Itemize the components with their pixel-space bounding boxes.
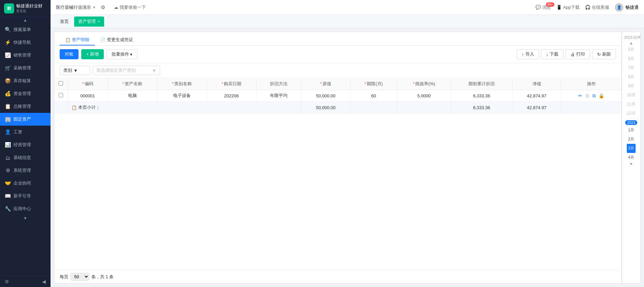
tabbar: 首页 资产管理 × bbox=[51, 15, 644, 28]
subtotal-net-value: 42,874.97 bbox=[512, 102, 561, 114]
sidebar-scroll-up[interactable]: ▲ bbox=[0, 17, 51, 23]
cal-month-11[interactable]: 11月 bbox=[625, 100, 637, 109]
payroll-icon: 👤 bbox=[5, 129, 11, 135]
subtab-asset-detail[interactable]: 📋 资产明细 bbox=[60, 35, 95, 45]
cal-prev-year-months: 5月 6月 7月 8月 9月 10月 11月 12月 bbox=[625, 45, 637, 118]
company-selector[interactable]: 医疗器械行业演示 ▼ bbox=[56, 4, 96, 10]
sidebar-item-apps[interactable]: 🔧 应用中心 bbox=[0, 202, 51, 215]
col-original-value: *原值 bbox=[301, 78, 350, 90]
cal-month-4[interactable]: 4月 bbox=[627, 153, 636, 162]
sidebar-item-inventory[interactable]: 📦 库存核算 bbox=[0, 74, 51, 87]
messages-button[interactable]: 💬 消息 99+ bbox=[535, 4, 551, 10]
select-all-checkbox[interactable] bbox=[59, 81, 63, 86]
new-button[interactable]: + 新增 bbox=[81, 49, 104, 59]
settings-icon[interactable]: ⚙ bbox=[5, 279, 9, 284]
batch-ops-button[interactable]: 批量操作 ▾ bbox=[106, 49, 137, 59]
col-net-value: 净值 bbox=[512, 78, 561, 90]
sidebar-item-quicknav[interactable]: ⚡ 快捷导航 bbox=[0, 36, 51, 49]
row-code: 000001 bbox=[68, 90, 108, 102]
app-logo: 财 畅捷通好业财 普及版 bbox=[0, 0, 51, 17]
row-actions-cell: ✏ 🗑 ⧉ 🔒 bbox=[561, 90, 621, 102]
sidebar-item-operations[interactable]: 📊 经营管理 bbox=[0, 138, 51, 151]
cloud-icon: ☁ bbox=[114, 5, 118, 10]
fixed-icon: 🏢 bbox=[5, 116, 11, 122]
cal-month-8[interactable]: 8月 bbox=[625, 72, 637, 82]
row-checkbox[interactable] bbox=[59, 93, 63, 97]
user-profile[interactable]: 👤 畅捷通 bbox=[615, 3, 639, 12]
sidebar-item-collab[interactable]: 🤝 企业协同 bbox=[0, 177, 51, 190]
asset-table: *编码 *资产名称 *类别名称 *购买日期 bbox=[54, 78, 621, 114]
batch-ops-arrow-icon: ▾ bbox=[130, 52, 132, 57]
sidebar-item-purchase[interactable]: 🛒 采购管理 bbox=[0, 62, 51, 74]
import-button[interactable]: ↑ 导入 bbox=[517, 49, 539, 59]
service-icon: 🎧 bbox=[585, 5, 590, 10]
category-filter-dropdown[interactable]: 类别 ▼ bbox=[60, 66, 90, 75]
sidebar: 财 畅捷通好业财 普及版 ▲ 🔍 搜索菜单 ⚡ 快捷导航 📈 销售管理 🛒 采购… bbox=[0, 0, 51, 287]
quicknav-icon: ⚡ bbox=[5, 39, 11, 45]
asset-table-wrap: *编码 *资产名称 *类别名称 *购买日期 bbox=[54, 78, 621, 270]
logo-icon: 财 bbox=[4, 3, 14, 13]
category-dropdown-arrow: ▼ bbox=[152, 68, 156, 73]
download-button[interactable]: ↓ 下载 bbox=[541, 49, 564, 59]
sidebar-item-search[interactable]: 🔍 搜索菜单 bbox=[0, 23, 51, 36]
print-button[interactable]: 🖨 打印 bbox=[565, 49, 590, 59]
cal-nav-arrows-bottom: ▼ bbox=[629, 162, 633, 166]
table-row: 000001 电脑 电子设备 202206 年限平均 50,000.00 60 … bbox=[54, 90, 621, 102]
row-initial-accum-deprec: 6,333.36 bbox=[451, 90, 512, 102]
sales-icon: 📈 bbox=[5, 52, 11, 58]
cal-month-3[interactable]: 3月 bbox=[627, 144, 636, 153]
subtab-change-voucher[interactable]: 📄 变更生成凭证 bbox=[95, 35, 139, 45]
sidebar-item-system[interactable]: ⚙ 系统管理 bbox=[0, 164, 51, 177]
sidebar-item-guide[interactable]: 📖 新手引导 bbox=[0, 190, 51, 202]
cal-up-arrow[interactable]: ▲ bbox=[629, 41, 633, 45]
tab-asset-management[interactable]: 资产管理 × bbox=[74, 17, 104, 27]
guide-icon: 📖 bbox=[5, 193, 11, 199]
sidebar-menu: ▲ 🔍 搜索菜单 ⚡ 快捷导航 📈 销售管理 🛒 采购管理 📦 库存核算 💰 资… bbox=[0, 17, 51, 276]
reconcile-button[interactable]: 对账 bbox=[60, 49, 79, 59]
copy-icon[interactable]: ⧉ bbox=[592, 93, 596, 99]
edit-icon[interactable]: ✏ bbox=[578, 93, 582, 98]
per-page-select[interactable]: 50 100 200 bbox=[70, 273, 89, 281]
sidebar-item-sales[interactable]: 📈 销售管理 bbox=[0, 49, 51, 62]
cal-month-7[interactable]: 7月 bbox=[625, 63, 637, 72]
tab-home[interactable]: 首页 bbox=[56, 17, 73, 27]
lock-icon[interactable]: 🔒 bbox=[599, 93, 604, 98]
sidebar-item-basic[interactable]: 🗂 基础信息 bbox=[0, 151, 51, 164]
refresh-icon: ↻ bbox=[597, 52, 601, 57]
experience-button[interactable]: ☁ 我要体验一下 bbox=[114, 4, 146, 10]
category-value-dropdown[interactable]: 请选择固定资产类别 ▼ bbox=[93, 66, 160, 75]
subtotal-label-cell: 📋 本页小计： bbox=[68, 102, 301, 114]
right-calendar-panel: 2023.03 ✕ ⤢ ▲ 5月 6月 7月 8月 9月 10月 11月 12月 bbox=[622, 32, 641, 284]
logo-name: 畅捷通好业财 bbox=[16, 3, 42, 9]
cal-month-5[interactable]: 5月 bbox=[625, 45, 637, 54]
tab-close-icon[interactable]: × bbox=[98, 19, 100, 24]
sidebar-item-ledger[interactable]: 📋 总账管理 bbox=[0, 100, 51, 113]
col-residual-rate: *残值率(%) bbox=[397, 78, 451, 90]
app-download-button[interactable]: 📱 App下载 bbox=[556, 4, 580, 10]
col-initial-accum-deprec: 期初累计折旧 bbox=[451, 78, 512, 90]
inventory-icon: 📦 bbox=[5, 78, 11, 84]
cal-month-2[interactable]: 2月 bbox=[627, 135, 636, 144]
collapse-icon[interactable]: ◀ bbox=[42, 279, 46, 284]
cal-month-9[interactable]: 9月 bbox=[625, 82, 637, 91]
sidebar-item-payroll[interactable]: 👤 工资 bbox=[0, 126, 51, 138]
row-name: 电脑 bbox=[108, 90, 157, 102]
online-service-button[interactable]: 🎧 在线客服 bbox=[585, 4, 609, 10]
cal-month-10[interactable]: 10月 bbox=[625, 91, 637, 100]
table-header-row: *编码 *资产名称 *类别名称 *购买日期 bbox=[54, 78, 621, 90]
change-voucher-icon: 📄 bbox=[100, 37, 105, 42]
cal-month-1[interactable]: 1月 bbox=[627, 126, 636, 135]
sidebar-item-capital[interactable]: 💰 资金管理 bbox=[0, 87, 51, 100]
cal-month-6[interactable]: 6月 bbox=[625, 54, 637, 63]
row-depreciation-method: 年限平均 bbox=[256, 90, 301, 102]
purchase-icon: 🛒 bbox=[5, 65, 11, 71]
cal-close-icon[interactable]: ✕ bbox=[638, 35, 641, 40]
sidebar-item-fixed[interactable]: 🏢 固定资产 bbox=[0, 113, 51, 126]
company-settings-icon[interactable]: ⚙ bbox=[101, 4, 105, 10]
cal-down-arrow[interactable]: ▼ bbox=[629, 162, 633, 166]
sidebar-scroll-down[interactable]: ▼ bbox=[0, 215, 51, 221]
cal-month-12[interactable]: 12月 bbox=[625, 109, 637, 118]
refresh-button[interactable]: ↻ 刷新 bbox=[592, 49, 616, 59]
delete-icon[interactable]: 🗑 bbox=[585, 93, 590, 98]
cal-current-year-badge[interactable]: 2023 bbox=[625, 120, 637, 125]
